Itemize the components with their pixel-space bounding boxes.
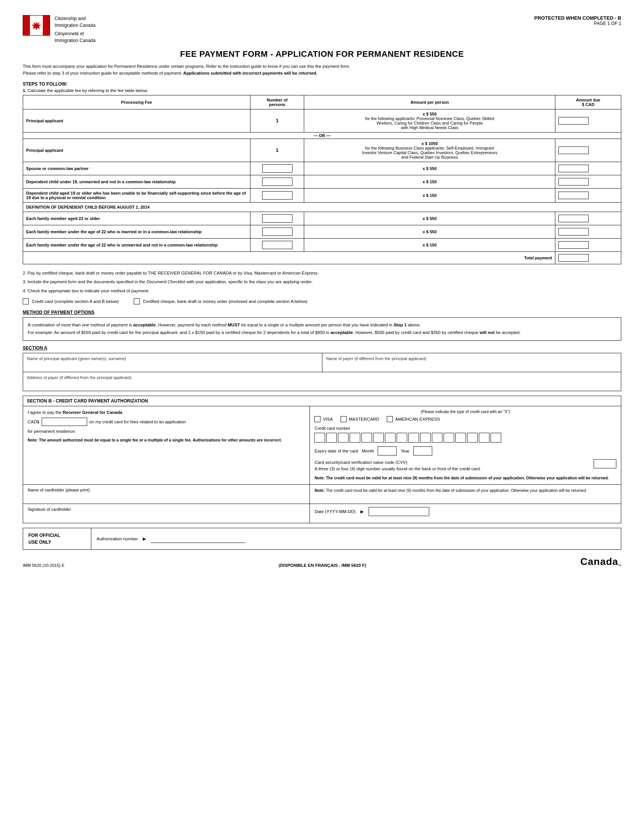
step3-text: 3. Include the payment form and the docu…	[23, 278, 621, 286]
cc-type-row: VISA MASTERCARD AMERICAN EXPRESS	[314, 416, 617, 422]
canada-wordmark: Canada⦁⦁	[580, 556, 621, 568]
cvv-input[interactable]	[594, 459, 617, 468]
row-label-fm-u22-unmarried: Each family member under the age of 22 w…	[23, 238, 250, 251]
cc-note: Note: The credit card must be valid for …	[314, 475, 617, 481]
cc-digit-16[interactable]	[491, 433, 501, 442]
agency-name: Citizenship and Immigration Canada Citoy…	[55, 15, 95, 44]
cc-digit-14[interactable]	[467, 433, 478, 442]
section-a-row1: Name of principal applicant (given name(…	[23, 353, 621, 372]
page-footer: IMM 5620 (10-2015) E (DISPONIBLE EN FRAN…	[23, 556, 621, 568]
cc-digit-6[interactable]	[373, 433, 384, 442]
amex-checkbox[interactable]	[387, 416, 393, 422]
cc-digit-13[interactable]	[456, 433, 466, 442]
authorization-number-field: Authorization number ►	[91, 531, 621, 547]
section-a-heading: SECTION A	[23, 345, 621, 351]
col-header-amount: Amount per person	[304, 95, 555, 109]
cardholder-name-field[interactable]: Name of cardholder (please print)	[23, 485, 310, 503]
cc-mastercard[interactable]: MASTERCARD	[341, 416, 380, 422]
cc-digit-1[interactable]	[314, 433, 325, 442]
svg-rect-0	[35, 27, 37, 30]
official-use-row: FOR OFFICIAL USE ONLY Authorization numb…	[23, 528, 621, 550]
row-amount-fm-u22-married: x $ 550	[304, 225, 555, 238]
cc-amex[interactable]: AMERICAN EXPRESS	[387, 416, 440, 422]
cc-digit-3[interactable]	[338, 433, 349, 442]
cc-digit-11[interactable]	[432, 433, 443, 442]
table-row: Each family member under the age of 22 w…	[23, 225, 621, 238]
row-due-fm-u22-unmarried[interactable]	[555, 238, 621, 251]
row-number-dep-19plus[interactable]	[250, 188, 304, 202]
cc-visa[interactable]: VISA	[314, 416, 333, 422]
row-number-fm-22plus[interactable]	[250, 212, 304, 225]
payer-name-field[interactable]: Name of payer (if different from the pri…	[322, 353, 621, 372]
date-input[interactable]	[369, 507, 429, 516]
row-label-fm-22plus: Each family member aged 22 or older	[23, 212, 250, 225]
cardholder-section: Name of cardholder (please print) Note: …	[23, 484, 621, 523]
section-a-table: Name of principal applicant (given name(…	[23, 353, 621, 391]
date-label: Date (YYYY-MM-DD)	[314, 509, 355, 514]
row-due-2[interactable]	[555, 138, 621, 162]
page-number: PAGE 1 OF 1	[534, 21, 621, 26]
date-row: Date (YYYY-MM-DD) ►	[314, 507, 617, 516]
cad-on-text: on my credit card for fees related to an…	[89, 420, 186, 424]
expiry-month-input[interactable]	[378, 446, 397, 455]
row-due-dep-u19[interactable]	[555, 175, 621, 188]
row-number-1: 1	[250, 109, 304, 132]
cc-digit-9[interactable]	[408, 433, 419, 442]
section-b-right: (Please indicate the type of credit card…	[310, 406, 621, 484]
checkbox-certified-label: Certified cheque, bank draft or money or…	[143, 299, 307, 304]
or-divider-row: — OR —	[23, 132, 621, 138]
row-due-dep-19plus[interactable]	[555, 188, 621, 202]
checkbox-credit-card-box[interactable]	[23, 298, 29, 304]
cad-amount-input[interactable]	[42, 418, 87, 426]
row-number-fm-u22-unmarried[interactable]	[250, 238, 304, 251]
payer-address-field[interactable]: Address of payer (if different from the …	[23, 372, 621, 391]
signature-field[interactable]: Signature of cardholder	[23, 504, 310, 523]
cc-type-note: (Please indicate the type of credit card…	[314, 409, 617, 414]
expiry-row: Expiry date of the card Month Year	[314, 446, 617, 455]
row-amount-dep-19plus: x $ 150	[304, 188, 555, 202]
cc-digit-4[interactable]	[349, 433, 360, 442]
french-label: (DISPONIBLE EN FRANÇAIS - IMM 5620 F)	[64, 563, 580, 568]
visa-checkbox[interactable]	[314, 416, 320, 422]
form-title: FEE PAYMENT FORM - APPLICATION FOR PERMA…	[23, 49, 621, 59]
month-label: Month	[362, 449, 374, 453]
checkbox-certified[interactable]: Certified cheque, bank draft or money or…	[134, 298, 307, 304]
section-b-left: I agree to pay the Receiver General for …	[23, 406, 310, 484]
header-right: PROTECTED WHEN COMPLETED - B PAGE 1 OF 1	[534, 15, 621, 26]
row-due-1[interactable]	[555, 109, 621, 132]
row-amount-fm-u22-unmarried: x $ 150	[304, 238, 555, 251]
checkbox-certified-box[interactable]	[134, 298, 140, 304]
cc-digit-5[interactable]	[361, 433, 372, 442]
section-a-row2: Address of payer (if different from the …	[23, 372, 621, 391]
section-b-heading: SECTION B - CREDIT CARD PAYMENT AUTHORIZ…	[23, 396, 621, 406]
section-b-note: Note: The amount authorized must be equa…	[27, 437, 305, 443]
year-label: Year	[401, 449, 409, 453]
cc-number-label: Credit card number	[314, 426, 617, 431]
cc-digit-12[interactable]	[444, 433, 454, 442]
auth-number-input[interactable]	[151, 535, 245, 543]
row-number-dep-u19[interactable]	[250, 175, 304, 188]
row-due-fm-22plus[interactable]	[555, 212, 621, 225]
fee-table: Processing Fee Number ofpersons Amount p…	[23, 95, 621, 264]
row-number-fm-u22-married[interactable]	[250, 225, 304, 238]
expiry-year-input[interactable]	[413, 446, 432, 455]
col-header-number: Number ofpersons	[250, 95, 304, 109]
cc-digit-8[interactable]	[397, 433, 407, 442]
row-due-fm-u22-married[interactable]	[555, 225, 621, 238]
cc-digit-2[interactable]	[326, 433, 337, 442]
step1-text: 1. Calculate the applicable fee by refer…	[23, 88, 621, 93]
cc-digit-15[interactable]	[479, 433, 489, 442]
row-label-principal-1: Principal applicant	[23, 109, 250, 132]
row-due-spouse[interactable]	[555, 162, 621, 175]
cc-number-boxes[interactable]	[314, 433, 617, 442]
principal-name-field[interactable]: Name of principal applicant (given name(…	[23, 353, 322, 372]
mastercard-checkbox[interactable]	[341, 416, 347, 422]
header-left: Citizenship and Immigration Canada Citoy…	[23, 15, 95, 44]
row-number-spouse[interactable]	[250, 162, 304, 175]
protected-label: PROTECTED WHEN COMPLETED - B	[534, 15, 621, 21]
total-amount-box[interactable]	[555, 251, 621, 264]
cc-digit-7[interactable]	[385, 433, 396, 442]
section-b: SECTION B - CREDIT CARD PAYMENT AUTHORIZ…	[23, 396, 621, 523]
checkbox-credit-card[interactable]: Credit card (complete section A and B be…	[23, 298, 119, 304]
cc-digit-10[interactable]	[420, 433, 431, 442]
